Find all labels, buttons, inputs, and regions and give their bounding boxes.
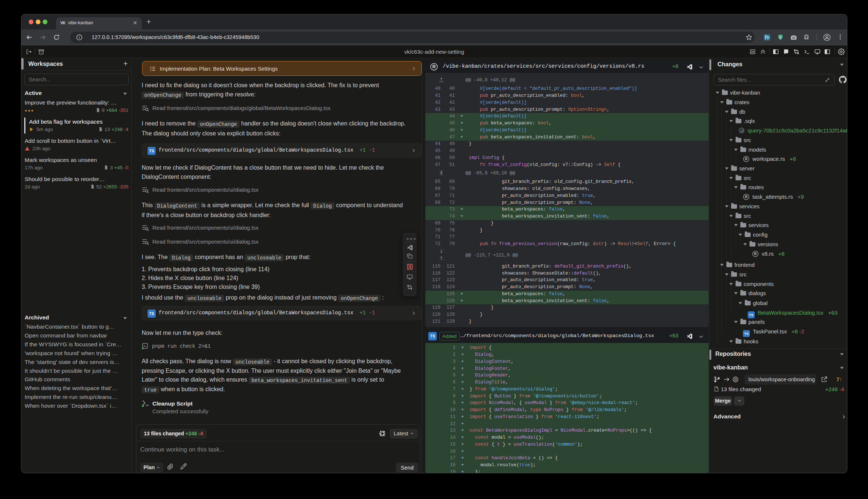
svg-text:£: £ xyxy=(780,35,782,39)
